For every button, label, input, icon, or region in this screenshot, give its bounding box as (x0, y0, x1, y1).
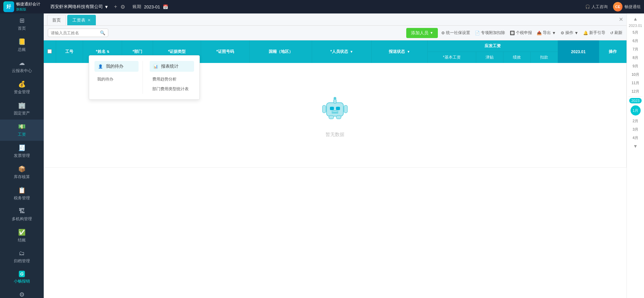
allowance-header: 津贴 (476, 52, 503, 63)
logo-main-text: 畅捷通好会计 (16, 2, 40, 7)
cloud-icon: ☁ (19, 59, 25, 67)
user-area[interactable]: CE 畅捷通组 (613, 2, 641, 11)
search-input[interactable] (51, 31, 98, 35)
refresh-btn[interactable]: ↺ 刷新 (610, 30, 622, 36)
sidebar-item-salary[interactable]: 💵 工资 (0, 120, 44, 141)
sidebar-label: 首页 (18, 26, 26, 31)
sidebar-label: 总账 (18, 47, 26, 53)
rs-month-9[interactable]: 9月 (627, 62, 644, 70)
sidebar-item-expense[interactable]: G 小畅报销 (0, 267, 44, 288)
avatar-initials: CE (615, 5, 620, 9)
export-btn[interactable]: 📤 导出 ▼ (537, 30, 556, 36)
svg-rect-0 (327, 103, 343, 116)
sidebar-item-inventory[interactable]: 📦 库存核算 (0, 162, 44, 183)
report-status-header[interactable]: 报送状态 ▼ (372, 40, 428, 63)
sidebar-item-cloud-report[interactable]: ☁ 云报表中心 (0, 56, 44, 77)
select-all-checkbox[interactable] (47, 49, 52, 54)
rs-month-8[interactable]: 8月 (627, 54, 644, 62)
special-deduction-btn[interactable]: 📄 专项附加扣除 (475, 30, 505, 36)
sidebar-item-basic[interactable]: ⚙ 基础设置 (0, 288, 44, 298)
add-person-arrow-icon: ▼ (430, 31, 433, 35)
popup-chart-icon: 📊 (152, 63, 159, 70)
sidebar-label: 发票管理 (14, 153, 30, 159)
sidebar-label: 税务管理 (14, 195, 30, 201)
top-header: 好 畅捷通好会计 旗舰版 西安虾米网络科技有限公司 ▼ + ⚙ 账期 2023-… (0, 0, 644, 13)
popup-item-my-pending[interactable]: 我的待办 (94, 74, 139, 84)
svg-rect-8 (329, 115, 334, 119)
rs-month-11[interactable]: 11月 (627, 79, 644, 87)
expense-icon: G (19, 271, 25, 277)
popup-section-pending: 👤 我的待办 我的待办 (94, 61, 143, 94)
archive-icon: 🗂 (19, 250, 25, 257)
sidebar: ⊞ 首页 📒 总账 ☁ 云报表中心 💰 资金管理 🏢 固定资产 💵 工资 🧾 发… (0, 13, 44, 298)
rs-nav-up[interactable]: ▲ (632, 15, 639, 23)
sidebar-item-multi-org[interactable]: 🏗 多机构管理 (0, 204, 44, 225)
rs-month-10[interactable]: 10月 (627, 70, 644, 79)
rs-month-6[interactable]: 6月 (627, 37, 644, 45)
export-label: 导出 (543, 30, 551, 36)
popup-section1-label: 我的待办 (106, 63, 123, 69)
popup-section2-label: 报表统计 (161, 63, 179, 69)
sidebar-item-ledger[interactable]: 📒 总账 (0, 35, 44, 56)
checkbox-header[interactable] (44, 40, 56, 63)
tab-home[interactable]: 首页 (47, 15, 66, 25)
svg-rect-9 (336, 115, 341, 119)
ops-header: 操作 (599, 40, 626, 63)
svg-rect-4 (334, 99, 336, 103)
rs-month-12[interactable]: 12月 (627, 87, 644, 96)
operations-btn[interactable]: ⚙ 操作 ▼ (561, 30, 578, 36)
sidebar-label: 库存核算 (14, 174, 30, 180)
svg-rect-1 (330, 107, 334, 110)
rs-month-4[interactable]: 4月 (627, 134, 644, 142)
export-arrow-icon: ▼ (552, 31, 556, 35)
add-person-button[interactable]: 添加人员 ▼ (406, 28, 438, 38)
operations-icon: ⚙ (561, 31, 564, 35)
close-all-button[interactable]: ✕ (619, 16, 623, 23)
rs-month-1-active[interactable]: 1月 (631, 105, 641, 115)
svg-point-5 (334, 97, 336, 100)
operations-arrow-icon: ▼ (574, 31, 578, 35)
rs-month-5[interactable]: 5月 (627, 28, 644, 37)
social-settings-btn[interactable]: ⚙ 统一社保设置 (441, 30, 470, 36)
rs-month-7[interactable]: 7月 (627, 45, 644, 54)
logo-char: 好 (6, 4, 11, 10)
toolbar-actions: ⚙ 统一社保设置 📄 专项附加扣除 🔲 个税申报 📤 导出 ▼ (441, 30, 622, 36)
invoice-icon: 🧾 (18, 144, 26, 152)
rs-separator (629, 96, 642, 97)
period-value[interactable]: 2023-01 (144, 4, 160, 9)
sidebar-item-fund[interactable]: 💰 资金管理 (0, 77, 44, 98)
rs-month-3[interactable]: 3月 (627, 125, 644, 134)
status-header[interactable]: *人员状态 ▼ (312, 40, 372, 63)
popup-person-icon: 👤 (97, 63, 104, 70)
sidebar-item-fixed-assets[interactable]: 🏢 固定资产 (0, 98, 44, 120)
fixed-assets-icon: 🏢 (18, 102, 26, 109)
new-guide-btn[interactable]: 🔔 新手引导 (583, 30, 605, 36)
basic-settings-icon: ⚙ (19, 291, 25, 298)
sidebar-item-tax[interactable]: 📋 税务管理 (0, 183, 44, 204)
sidebar-item-invoice[interactable]: 🧾 发票管理 (0, 141, 44, 162)
sidebar-item-settlement[interactable]: ✅ 结账 (0, 225, 44, 246)
tab-close-icon[interactable]: ✕ (87, 18, 91, 23)
logo-icon: 好 (3, 1, 14, 12)
logo-area: 好 畅捷通好会计 旗舰版 (3, 1, 47, 12)
ledger-icon: 📒 (18, 38, 26, 45)
rs-month-2[interactable]: 2月 (627, 117, 644, 125)
sidebar-item-archive[interactable]: 🗂 归档管理 (0, 246, 44, 267)
sidebar-item-home[interactable]: ⊞ 首页 (0, 13, 44, 35)
popup-item-dept-expense[interactable]: 部门费用类型统计表 (150, 84, 194, 94)
dropdown-arrow-icon: ▼ (104, 4, 109, 9)
special-deduction-label: 专项附加扣除 (481, 30, 505, 36)
inventory-icon: 📦 (18, 165, 26, 173)
employee-id-header: 工号 (56, 40, 83, 63)
popup-item-expense-trend[interactable]: 费用趋势分析 (150, 74, 194, 84)
deduction-header: 扣款 (530, 52, 558, 63)
sidebar-label: 归档管理 (14, 258, 30, 264)
calendar-icon[interactable]: 📅 (163, 4, 168, 9)
company-name[interactable]: 西安虾米网络科技有限公司 ▼ (50, 4, 109, 10)
tab-salary-table[interactable]: 工资表 ✕ (67, 15, 96, 25)
company-settings-icon[interactable]: ⚙ (120, 4, 125, 10)
personal-tax-btn[interactable]: 🔲 个税申报 (510, 30, 532, 36)
rs-nav-down[interactable]: ▼ (632, 142, 639, 150)
add-company-icon[interactable]: + (114, 4, 117, 10)
service-button[interactable]: 🎧 人工咨询 (585, 4, 608, 10)
